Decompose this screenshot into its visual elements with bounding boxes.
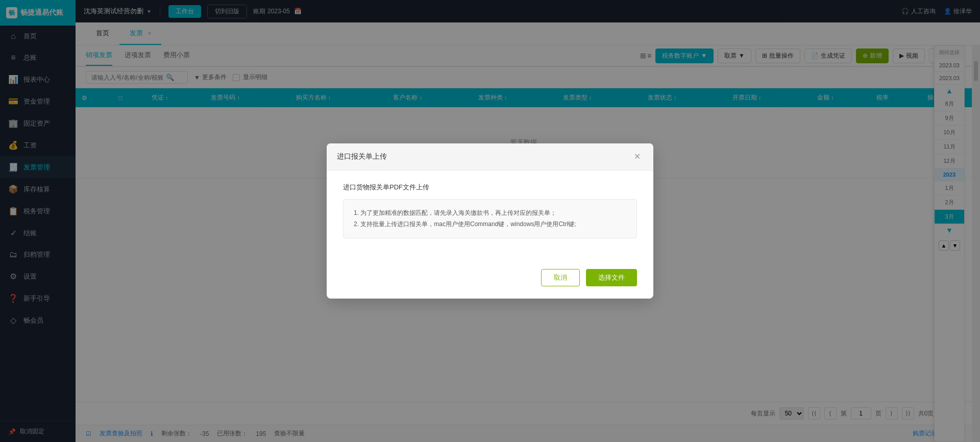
modal-title: 进口报关单上传 [337,152,387,161]
modal-info-item-1: 1. 为了更加精准的数据匹配，请先录入海关缴款书，再上传对应的报关单； [354,208,626,219]
modal-footer: 取消 选择文件 [327,261,653,299]
modal-close-btn[interactable]: ✕ [631,151,643,163]
modal-info-item-2: 2. 支持批量上传进口报关单，mac用户使用Command键，windows用户… [354,219,626,230]
modal-header: 进口报关单上传 ✕ [327,143,653,170]
modal-confirm-btn[interactable]: 选择文件 [586,269,637,286]
modal-body: 进口货物报关单PDF文件上传 1. 为了更加精准的数据匹配，请先录入海关缴款书，… [327,170,653,261]
modal-info-box: 1. 为了更加精准的数据匹配，请先录入海关缴款书，再上传对应的报关单； 2. 支… [343,199,637,238]
modal-cancel-btn[interactable]: 取消 [541,269,580,286]
modal-overlay[interactable]: 进口报关单上传 ✕ 进口货物报关单PDF文件上传 1. 为了更加精准的数据匹配，… [0,0,980,442]
modal-section-title: 进口货物报关单PDF文件上传 [343,183,637,192]
import-modal: 进口报关单上传 ✕ 进口货物报关单PDF文件上传 1. 为了更加精准的数据匹配，… [327,143,653,299]
